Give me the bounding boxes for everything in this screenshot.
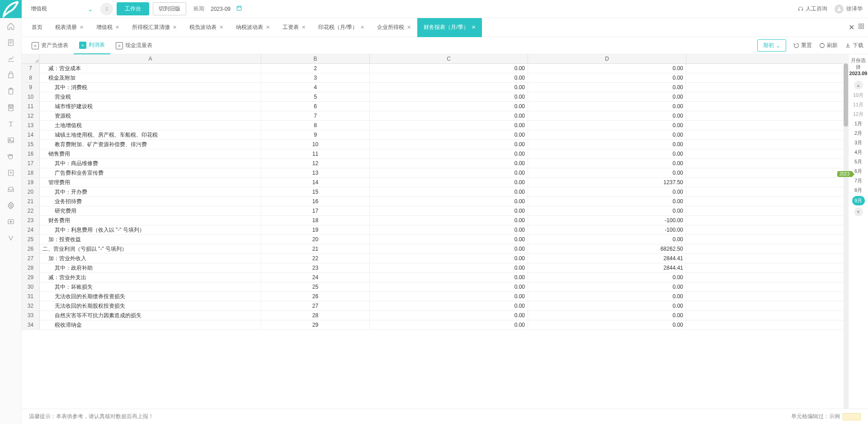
cell[interactable]: 0.00 xyxy=(370,216,528,225)
cell[interactable]: 0.00 xyxy=(528,130,686,139)
cell[interactable]: 0.00 xyxy=(370,121,528,130)
calendar-icon[interactable] xyxy=(236,5,242,13)
nav-hand[interactable] xyxy=(0,148,22,165)
tab-所得税汇算清缴[interactable]: 所得税汇算清缴✕ xyxy=(126,18,183,37)
cell[interactable]: 13 xyxy=(261,168,370,177)
cell[interactable]: 其中：坏账损失 xyxy=(40,282,261,291)
month-item[interactable]: 4月 xyxy=(849,148,868,157)
cell[interactable]: 22 xyxy=(261,254,370,263)
cell[interactable]: 0.00 xyxy=(370,254,528,263)
month-item[interactable]: 3月 xyxy=(849,138,868,148)
cell[interactable]: -100.00 xyxy=(528,216,686,225)
cell[interactable]: 0.00 xyxy=(370,102,528,111)
close-icon[interactable]: ✕ xyxy=(173,24,177,30)
nav-export[interactable] xyxy=(0,165,22,181)
row-header[interactable]: 7 xyxy=(22,64,40,73)
cell[interactable]: 12 xyxy=(261,159,370,168)
cell[interactable]: 0.00 xyxy=(370,197,528,206)
cell[interactable]: 0.00 xyxy=(528,301,686,310)
cell[interactable]: 0.00 xyxy=(528,121,686,130)
cell[interactable]: 0.00 xyxy=(528,273,686,282)
tax-type-dropdown[interactable]: 增值税 ⌄ xyxy=(27,5,97,13)
row-header[interactable]: 21 xyxy=(22,197,40,206)
tab-财务报表（月/季）[interactable]: 财务报表（月/季）✕ xyxy=(417,18,481,37)
row-header[interactable]: 18 xyxy=(22,168,40,177)
cell[interactable]: 其中：商品维修费 xyxy=(40,159,261,168)
cell[interactable]: 0.00 xyxy=(370,130,528,139)
close-all-icon[interactable]: ✕ xyxy=(849,23,854,32)
cell[interactable]: 8 xyxy=(261,121,370,130)
cell[interactable]: 无法收回的长期股权投资损失 xyxy=(40,301,261,310)
nav-v[interactable] xyxy=(0,230,22,246)
cell[interactable]: 0.00 xyxy=(528,282,686,291)
row-header[interactable]: 31 xyxy=(22,292,40,301)
row-header[interactable]: 30 xyxy=(22,282,40,291)
nav-text[interactable] xyxy=(0,116,22,132)
row-header[interactable]: 20 xyxy=(22,187,40,196)
close-icon[interactable]: ✕ xyxy=(472,24,476,30)
subtab-利润表[interactable]: ≡利润表 xyxy=(74,37,110,54)
month-item[interactable]: 12月 xyxy=(849,110,868,119)
cell[interactable]: 城镇土地使用税、房产税、车船税、印花税 xyxy=(40,130,261,139)
tab-印花税（月/季）[interactable]: 印花税（月/季）✕ xyxy=(312,18,371,37)
cell[interactable]: 0.00 xyxy=(370,206,528,215)
tab-首页[interactable]: 首页 xyxy=(25,18,49,37)
month-item[interactable]: 7月 xyxy=(849,176,868,186)
nav-settings[interactable] xyxy=(0,197,22,214)
cell[interactable]: 0.00 xyxy=(528,73,686,82)
consult-link[interactable]: 人工咨询 xyxy=(797,5,827,13)
row-header[interactable]: 23 xyxy=(22,216,40,225)
close-icon[interactable]: ✕ xyxy=(407,24,411,30)
cell[interactable]: 17 xyxy=(261,206,370,215)
cell[interactable]: 销售费用 xyxy=(40,149,261,158)
list-button[interactable] xyxy=(100,3,113,15)
col-header-b[interactable]: B xyxy=(261,54,370,63)
cell[interactable]: 16 xyxy=(261,197,370,206)
month-item[interactable]: 11月 xyxy=(849,100,868,110)
row-header[interactable]: 24 xyxy=(22,225,40,234)
cell[interactable]: 23 xyxy=(261,263,370,272)
cell[interactable]: 0.00 xyxy=(528,83,686,92)
cell[interactable]: 9 xyxy=(261,130,370,139)
cell[interactable]: 0.00 xyxy=(370,159,528,168)
cell[interactable]: 0.00 xyxy=(370,178,528,187)
cell[interactable]: 其中：政府补助 xyxy=(40,263,261,272)
user-menu[interactable]: 徐泽华 xyxy=(835,5,863,14)
cell[interactable]: 0.00 xyxy=(528,140,686,149)
cell[interactable]: 20 xyxy=(261,235,370,244)
cell[interactable]: 0.00 xyxy=(370,292,528,301)
cell[interactable]: 24 xyxy=(261,273,370,282)
cell[interactable]: 加：投资收益 xyxy=(40,235,261,244)
cell[interactable]: 土地增值税 xyxy=(40,121,261,130)
cell[interactable]: 0.00 xyxy=(370,282,528,291)
scrollbar-thumb[interactable] xyxy=(844,63,848,127)
cell[interactable]: 0.00 xyxy=(370,235,528,244)
row-header[interactable]: 34 xyxy=(22,320,40,329)
cell[interactable]: 二、营业利润（亏损以 "-" 号填列） xyxy=(40,244,261,253)
cell[interactable]: 0.00 xyxy=(370,149,528,158)
cell[interactable]: 0.00 xyxy=(528,235,686,244)
tab-税表清册[interactable]: 税表清册✕ xyxy=(49,18,90,37)
nav-calc[interactable] xyxy=(0,100,22,116)
close-icon[interactable]: ✕ xyxy=(80,24,84,30)
cell[interactable]: 0.00 xyxy=(528,168,686,177)
tab-纳税波动表[interactable]: 纳税波动表✕ xyxy=(230,18,276,37)
month-item[interactable]: 2月 xyxy=(849,129,868,138)
row-header[interactable]: 25 xyxy=(22,235,40,244)
cell[interactable]: 0.00 xyxy=(528,187,686,196)
row-header[interactable]: 22 xyxy=(22,206,40,215)
month-item[interactable]: 8月 xyxy=(849,186,868,195)
cell[interactable]: 0.00 xyxy=(528,320,686,329)
nav-chart[interactable] xyxy=(0,51,22,67)
subtab-现金流量表[interactable]: ≡现金流量表 xyxy=(110,37,158,54)
tab-工资表[interactable]: 工资表✕ xyxy=(276,18,312,37)
cell[interactable]: 税收滞纳金 xyxy=(40,320,261,329)
reset-button[interactable]: 重置 xyxy=(793,42,812,49)
cell[interactable]: 减：营业外支出 xyxy=(40,273,261,282)
row-header[interactable]: 27 xyxy=(22,254,40,263)
nav-doc[interactable] xyxy=(0,34,22,51)
cell[interactable]: 14 xyxy=(261,178,370,187)
row-header[interactable]: 17 xyxy=(22,159,40,168)
cell[interactable]: -100.00 xyxy=(528,225,686,234)
cell[interactable]: 资源税 xyxy=(40,111,261,120)
